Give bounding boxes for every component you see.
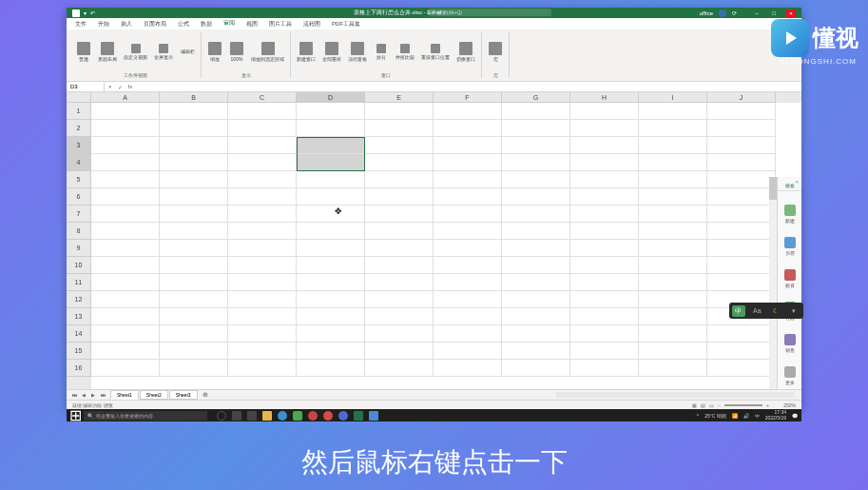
cell-G14[interactable] [502, 325, 570, 343]
cell-C13[interactable] [228, 308, 297, 325]
cell-I16[interactable] [639, 360, 707, 377]
title-search[interactable]: 🔍 搜索(Alt+Q) [428, 9, 551, 16]
pagelayout-button[interactable]: 页面布局 [96, 40, 119, 64]
float-btn-1[interactable]: 中 [732, 305, 745, 317]
zoom-slider[interactable] [724, 404, 762, 406]
sheet-nav-last[interactable]: ⏭ [99, 391, 106, 399]
cell-J10[interactable] [707, 257, 776, 274]
row-header-4[interactable]: 4 [67, 154, 91, 171]
row-header-9[interactable]: 9 [67, 240, 91, 257]
cell-H10[interactable] [570, 257, 639, 274]
cell-J9[interactable] [707, 240, 776, 257]
cell-C2[interactable] [228, 120, 297, 137]
cell-C15[interactable] [228, 343, 297, 360]
cell-E3[interactable] [365, 137, 434, 154]
tab-flowchart[interactable]: 流程图 [299, 18, 325, 30]
cell-J6[interactable] [707, 188, 776, 206]
sheet-nav-prev[interactable]: ◀ [80, 391, 87, 399]
cell-F7[interactable] [434, 206, 502, 223]
cell-E6[interactable] [365, 188, 434, 206]
tray-network-icon[interactable]: 📶 [732, 413, 738, 419]
row-header-16[interactable]: 16 [67, 360, 91, 377]
user-avatar[interactable] [719, 10, 726, 17]
cell-B6[interactable] [160, 188, 228, 206]
cell-B3[interactable] [160, 137, 228, 154]
name-box[interactable]: D3 [67, 82, 105, 91]
cell-A3[interactable] [91, 137, 160, 154]
cell-F1[interactable] [434, 103, 502, 120]
row-header-10[interactable]: 10 [67, 257, 91, 274]
cell-J4[interactable] [707, 154, 776, 171]
cell-F6[interactable] [434, 188, 502, 206]
cell-G6[interactable] [502, 188, 570, 206]
cell-H12[interactable] [570, 291, 639, 308]
view-page-icon[interactable]: ▤ [701, 402, 705, 408]
cell-E10[interactable] [365, 257, 434, 274]
cell-F12[interactable] [434, 291, 502, 308]
task-edge-icon[interactable] [278, 411, 287, 421]
col-header-F[interactable]: F [434, 92, 502, 103]
cell-C1[interactable] [228, 103, 297, 120]
newwindow-button[interactable]: 新建窗口 [295, 40, 318, 64]
cell-F13[interactable] [434, 308, 502, 325]
tab-insert[interactable]: 插入 [116, 18, 137, 30]
cell-G16[interactable] [502, 360, 570, 377]
task-app4-icon[interactable] [369, 411, 378, 421]
cell-D9[interactable] [297, 240, 365, 257]
cell-D14[interactable] [297, 325, 365, 343]
cell-F4[interactable] [434, 154, 502, 171]
cell-E15[interactable] [365, 343, 434, 360]
cell-G13[interactable] [502, 308, 570, 325]
scrollbar-thumb[interactable] [769, 177, 777, 200]
taskbar-search[interactable]: 🔍 在这里输入你要搜索的内容 [84, 411, 207, 421]
ime-indicator[interactable]: 中 [755, 413, 760, 419]
cell-A15[interactable] [91, 343, 160, 360]
zoom-button[interactable]: 缩放 [205, 40, 224, 64]
cell-I13[interactable] [639, 308, 707, 325]
cell-C14[interactable] [228, 325, 297, 343]
add-sheet-button[interactable]: ⊕ [199, 391, 212, 399]
fullscreen-button[interactable]: 全屏显示 [152, 42, 175, 62]
cell-D12[interactable] [297, 291, 365, 308]
cell-B10[interactable] [160, 257, 228, 274]
cell-I14[interactable] [639, 325, 707, 343]
cell-D11[interactable] [297, 274, 365, 291]
cell-C8[interactable] [228, 223, 297, 240]
col-header-J[interactable]: J [707, 92, 776, 103]
cell-C7[interactable] [228, 206, 297, 223]
formula-input[interactable] [136, 84, 801, 89]
tray-chevron-icon[interactable]: ^ [697, 413, 699, 419]
float-btn-2[interactable]: Aa [750, 305, 763, 317]
cell-E14[interactable] [365, 325, 434, 343]
tab-data[interactable]: 数据 [196, 18, 217, 30]
cell-F2[interactable] [434, 120, 502, 137]
cell-H15[interactable] [570, 343, 639, 360]
cell-C12[interactable] [228, 291, 297, 308]
cell-D7[interactable] [297, 206, 365, 223]
cell-A6[interactable] [91, 188, 160, 206]
task-taskview-icon[interactable] [232, 411, 241, 421]
cell-E2[interactable] [365, 120, 434, 137]
cell-A1[interactable] [91, 103, 160, 120]
cell-J8[interactable] [707, 223, 776, 240]
row-header-7[interactable]: 7 [67, 206, 91, 223]
cell-H9[interactable] [570, 240, 639, 257]
cell-B11[interactable] [160, 274, 228, 291]
view-normal-icon[interactable]: ▦ [692, 402, 697, 408]
cell-I7[interactable] [639, 206, 707, 223]
tab-review[interactable]: 审阅 [219, 17, 240, 30]
cell-A11[interactable] [91, 274, 160, 291]
cell-A5[interactable] [91, 171, 160, 188]
row-header-3[interactable]: 3 [67, 137, 91, 154]
cell-J2[interactable] [707, 120, 776, 137]
cell-J3[interactable] [707, 137, 776, 154]
cell-B16[interactable] [160, 360, 228, 377]
cell-B4[interactable] [160, 154, 228, 171]
cell-C11[interactable] [228, 274, 297, 291]
tray-volume-icon[interactable]: 🔊 [743, 413, 749, 419]
cell-H4[interactable] [570, 154, 639, 171]
cell-B1[interactable] [160, 103, 228, 120]
task-app2-icon[interactable] [323, 411, 333, 421]
side-item-new[interactable]: 新建 [784, 205, 796, 224]
vertical-scrollbar[interactable] [769, 177, 777, 389]
